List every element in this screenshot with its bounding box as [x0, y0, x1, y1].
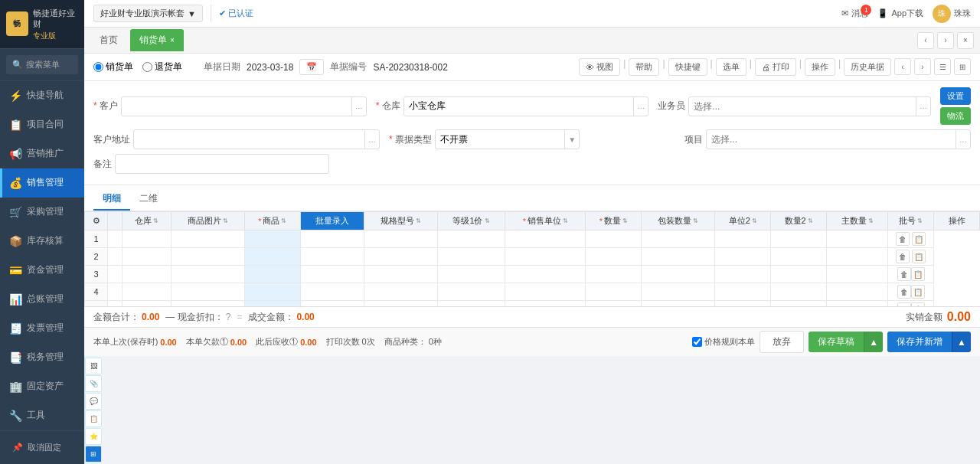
cell-batch-import[interactable] — [244, 230, 300, 248]
price-rule-input[interactable] — [692, 337, 702, 347]
sidebar-item-tax[interactable]: 📑 税务管理 — [0, 343, 84, 372]
cell-product[interactable] — [171, 248, 244, 266]
save-new-button[interactable]: 保存并新增 — [887, 332, 952, 352]
th-main-qty[interactable]: 主数量⇅ — [827, 212, 888, 230]
cell-pack-qty[interactable] — [586, 230, 642, 248]
select-button[interactable]: 选单 — [716, 58, 746, 76]
cell-sale-unit[interactable] — [437, 266, 505, 283]
cell-qty2[interactable] — [715, 230, 771, 248]
tab-prev-button[interactable]: ‹ — [917, 32, 934, 49]
sidebar-item-marketing[interactable]: 📢 营销推广 — [0, 139, 84, 168]
cell-main-qty[interactable] — [771, 230, 827, 248]
th-sale-unit[interactable]: *销售单位⇅ — [505, 212, 586, 230]
cell-spec[interactable] — [300, 230, 364, 248]
sidebar-item-tools[interactable]: 🔧 工具 — [0, 401, 84, 430]
cell-main-qty[interactable] — [771, 266, 827, 283]
cell-pack-qty[interactable] — [586, 248, 642, 266]
cell-price1[interactable] — [364, 248, 437, 266]
th-spec[interactable]: 规格型号⇅ — [364, 212, 437, 230]
sidebar-item-inventory[interactable]: 📦 库存核算 — [0, 227, 84, 256]
sidebar-item-project[interactable]: 📋 项目合同 — [0, 110, 84, 139]
th-settings[interactable]: ⚙ — [85, 212, 108, 230]
date-picker-button[interactable]: 📅 — [299, 59, 324, 75]
tab-close-icon[interactable]: × — [170, 36, 175, 44]
sidebar-item-funds[interactable]: 💳 资金管理 — [0, 256, 84, 285]
save-new-dropdown[interactable]: ▲ — [952, 332, 971, 352]
cell-qty[interactable] — [505, 266, 586, 283]
invoice-input[interactable] — [436, 134, 564, 145]
abandon-button[interactable]: 放弃 — [760, 331, 804, 353]
project-input[interactable] — [707, 134, 956, 145]
sidebar-item-assets[interactable]: 🏢 固定资产 — [0, 372, 84, 401]
sidebar-unpin[interactable]: 📌 取消固定 — [6, 437, 78, 458]
shortcut-button[interactable]: 快捷键 — [668, 58, 707, 76]
th-product-img[interactable]: 商品图片⇅ — [171, 212, 244, 230]
history-next-button[interactable]: › — [914, 58, 931, 75]
cell-unit2[interactable] — [642, 248, 715, 266]
invoice-dropdown-button[interactable]: ▼ — [564, 130, 579, 149]
delete-row-button[interactable]: 🗑 — [896, 250, 910, 263]
cell-qty[interactable] — [505, 248, 586, 266]
address-select-button[interactable]: … — [364, 130, 379, 149]
th-warehouse[interactable]: 仓库⇅ — [122, 212, 171, 230]
cell-unit2[interactable] — [642, 266, 715, 283]
address-input[interactable] — [134, 134, 364, 145]
cell-warehouse[interactable] — [108, 248, 122, 266]
delete-row-button[interactable]: 🗑 — [897, 285, 911, 299]
right-tool-5[interactable]: ⭐ — [85, 428, 102, 445]
th-qty2[interactable]: 数量2⇅ — [771, 212, 827, 230]
grid-view-button[interactable]: ⊞ — [954, 58, 971, 75]
cell-unit2[interactable] — [642, 230, 715, 248]
save-draft-dropdown[interactable]: ▲ — [864, 332, 883, 352]
warehouse-select-button[interactable]: … — [633, 97, 648, 116]
cell-qty[interactable] — [505, 230, 586, 248]
search-menu-button[interactable]: 🔍 搜索菜单 — [6, 55, 78, 74]
cell-product-img[interactable] — [122, 248, 171, 266]
th-batch[interactable]: 批号⇅ — [888, 212, 934, 230]
warehouse-input[interactable] — [404, 101, 634, 112]
cell-pack-qty[interactable] — [586, 266, 642, 283]
tab-close-all-button[interactable]: × — [957, 32, 974, 49]
sidebar-item-sales[interactable]: 💰 销售管理 — [0, 168, 84, 198]
cell-qty2[interactable] — [715, 248, 771, 266]
radio-sale-input[interactable] — [93, 62, 103, 72]
tab-sales-order[interactable]: 销货单 × — [130, 29, 184, 51]
app-download-button[interactable]: 📱 App下载 — [877, 8, 923, 19]
salesperson-select-button[interactable]: … — [916, 97, 930, 116]
history-prev-button[interactable]: ‹ — [894, 58, 911, 75]
cell-sale-unit[interactable] — [437, 248, 505, 266]
copy-row-button[interactable]: 📋 — [911, 285, 925, 299]
address-input-group[interactable]: … — [133, 129, 380, 149]
cell-batch-import[interactable] — [244, 248, 300, 266]
discount-help-icon[interactable]: ? — [226, 312, 231, 322]
right-tool-1[interactable]: 🖼 — [85, 358, 102, 374]
price-rule-checkbox[interactable]: 价格规则本单 — [692, 336, 755, 348]
right-tool-2[interactable]: 📎 — [85, 375, 102, 392]
cell-spec[interactable] — [300, 266, 364, 283]
cell-qty2[interactable] — [715, 266, 771, 283]
save-draft-button[interactable]: 保存草稿 — [808, 332, 864, 352]
salesperson-input[interactable] — [689, 101, 916, 112]
right-tool-6[interactable]: ⊞ — [85, 446, 102, 462]
action-button[interactable]: 操作 — [805, 58, 835, 76]
th-unit2[interactable]: 单位2⇅ — [715, 212, 771, 230]
tab-detail-erwei[interactable]: 二维 — [130, 188, 167, 211]
project-input-group[interactable]: … — [706, 129, 971, 149]
customer-select-button[interactable]: … — [351, 97, 366, 116]
cell-spec[interactable] — [300, 248, 364, 266]
cell-product-img[interactable] — [122, 230, 171, 248]
th-pack-qty[interactable]: 包装数量⇅ — [642, 212, 715, 230]
cell-price1[interactable] — [364, 230, 437, 248]
copy-row-button[interactable]: 📋 — [911, 302, 925, 306]
warehouse-input-group[interactable]: … — [403, 96, 649, 116]
project-select-button[interactable]: … — [956, 130, 970, 149]
remark-input[interactable] — [115, 154, 329, 174]
salesperson-input-group[interactable]: … — [688, 96, 931, 116]
right-tool-4[interactable]: 📋 — [85, 410, 102, 427]
radio-return-input[interactable] — [142, 62, 152, 72]
tab-next-button[interactable]: › — [937, 32, 954, 49]
view-button[interactable]: 👁 视图 — [579, 58, 620, 76]
cell-product[interactable] — [171, 266, 244, 283]
cell-sale-unit[interactable] — [437, 230, 505, 248]
radio-return[interactable]: 退货单 — [142, 60, 182, 74]
